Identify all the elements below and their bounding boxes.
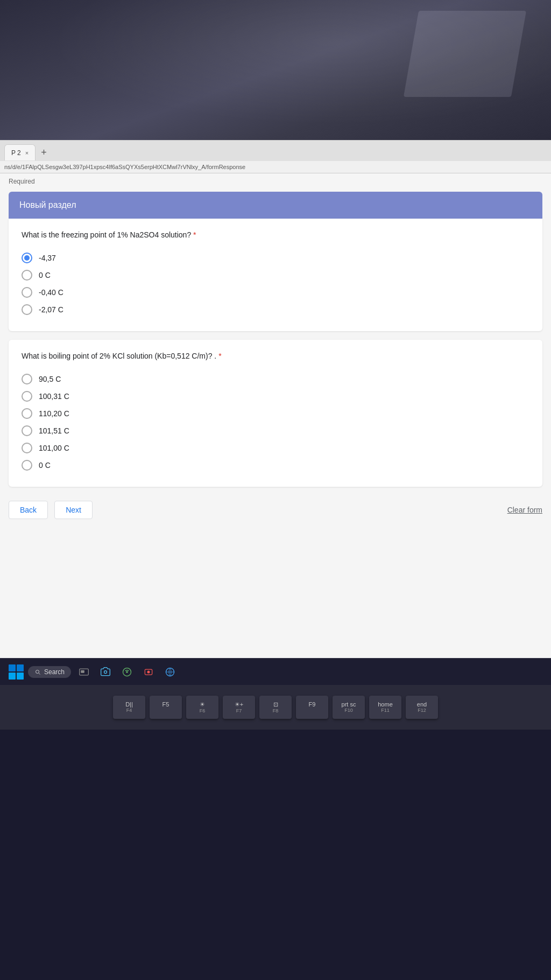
camera-icon	[100, 667, 111, 677]
windows-icon-sq2	[17, 664, 24, 671]
q2-label-d: 101,51 C	[39, 426, 69, 435]
key-f10-main: prt sc	[342, 701, 356, 708]
next-button[interactable]: Next	[54, 501, 93, 519]
taskbar-search-label: Search	[44, 668, 65, 676]
q2-label-c: 110,20 C	[39, 409, 69, 418]
key-f6-fn: F6	[195, 708, 210, 713]
key-f11-fn: F11	[378, 708, 393, 713]
url-text[interactable]: ns/d/e/1FAlpQLSesgw3eL397pH1xpsc4lf6aSsQ…	[4, 164, 547, 170]
taskbar-app-settings[interactable]	[140, 663, 157, 681]
q1-label-a: -4,37	[39, 254, 56, 262]
svg-point-6	[147, 670, 150, 673]
q2-option-f[interactable]: 0 C	[22, 457, 529, 474]
q2-radio-e[interactable]	[22, 443, 32, 453]
key-f11[interactable]: home F11	[369, 696, 401, 719]
question-1-card: What is the freezing point of 1% Na2SO4 …	[9, 219, 542, 331]
windows-icon-sq1	[9, 664, 16, 671]
q2-option-b[interactable]: 100,31 C	[22, 388, 529, 405]
q1-label-b: 0 C	[39, 271, 51, 279]
q1-option-c[interactable]: -0,40 C	[22, 284, 529, 301]
laptop-reflection-area	[0, 0, 551, 140]
clear-form-button[interactable]: Clear form	[507, 506, 542, 514]
key-f4-main: D||	[125, 701, 133, 708]
edge-icon	[79, 667, 89, 677]
key-f12-fn: F12	[414, 708, 429, 713]
key-f9[interactable]: F9	[296, 696, 328, 719]
question-2-text: What is boiling point of 2% KCl solution…	[22, 351, 529, 362]
browser-tabs: P 2 × +	[0, 141, 551, 161]
windows-start-button[interactable]	[9, 664, 24, 680]
key-f5-main: F5	[163, 701, 169, 708]
key-f8[interactable]: ⊡ F8	[259, 696, 292, 719]
windows-icon-sq4	[17, 673, 24, 680]
browser-frame: P 2 × + ns/d/e/1FAlpQLSesgw3eL397pH1xpsc…	[0, 140, 551, 173]
svg-point-4	[126, 671, 128, 673]
required-label: Required	[9, 173, 542, 192]
new-tab-button[interactable]: +	[38, 148, 50, 157]
key-f10-fn: F10	[341, 708, 356, 713]
taskbar-app-edge[interactable]	[75, 663, 93, 681]
search-icon	[34, 669, 41, 675]
key-f12[interactable]: end F12	[406, 696, 438, 719]
taskbar-app-browser[interactable]	[161, 663, 179, 681]
key-f8-main: ⊡	[273, 701, 278, 708]
q2-label-b: 100,31 C	[39, 392, 69, 401]
q2-option-d[interactable]: 101,51 C	[22, 422, 529, 439]
q2-radio-c[interactable]	[22, 408, 32, 419]
q1-option-a[interactable]: -4,37	[22, 249, 529, 267]
svg-rect-1	[81, 670, 84, 673]
key-f8-fn: F8	[268, 708, 283, 713]
required-star-q1: *	[193, 230, 196, 239]
key-f6[interactable]: ☀ F6	[186, 696, 218, 719]
settings-icon	[143, 667, 154, 677]
key-f10[interactable]: prt sc F10	[333, 696, 365, 719]
question-2-card: What is boiling point of 2% KCl solution…	[9, 340, 542, 487]
content-area: Required Новый раздел What is the freezi…	[0, 173, 551, 658]
q1-radio-c[interactable]	[22, 287, 32, 298]
key-f6-main: ☀	[200, 701, 205, 708]
key-f12-main: end	[417, 701, 427, 708]
q2-label-e: 101,00 C	[39, 444, 69, 452]
tab-close-button[interactable]: ×	[25, 150, 29, 156]
q1-option-b[interactable]: 0 C	[22, 267, 529, 284]
key-f11-main: home	[378, 701, 393, 708]
q2-option-a[interactable]: 90,5 C	[22, 370, 529, 388]
q2-option-e[interactable]: 101,00 C	[22, 439, 529, 457]
windows-icon-sq3	[9, 673, 16, 680]
browser-tab-active[interactable]: P 2 ×	[4, 144, 36, 160]
q2-radio-b[interactable]	[22, 391, 32, 402]
key-f5[interactable]: F5	[150, 696, 182, 719]
key-f7-fn: F7	[231, 708, 246, 713]
tab-label: P 2	[11, 149, 21, 157]
q1-label-c: -0,40 C	[39, 288, 63, 297]
key-f7[interactable]: ☀+ F7	[223, 696, 255, 719]
phone-icon	[122, 667, 132, 677]
taskbar-app-camera[interactable]	[97, 663, 114, 681]
form-buttons: Back Next Clear form	[9, 495, 542, 524]
q2-radio-d[interactable]	[22, 425, 32, 436]
required-star-q2: *	[218, 352, 221, 360]
key-f7-main: ☀+	[235, 701, 243, 708]
address-bar: ns/d/e/1FAlpQLSesgw3eL397pH1xpsc4lf6aSsQ…	[0, 161, 551, 173]
svg-point-2	[104, 670, 107, 673]
keyboard-area: D|| F4 F5 ☀ F6 ☀+ F7 ⊡ F8 F9 prt sc F10 …	[0, 685, 551, 730]
key-f9-main: F9	[309, 701, 316, 708]
taskbar-search[interactable]: Search	[28, 666, 71, 678]
q1-label-d: -2,07 C	[39, 305, 63, 314]
q2-option-c[interactable]: 110,20 C	[22, 405, 529, 422]
q1-radio-d[interactable]	[22, 304, 32, 315]
taskbar-app-phone[interactable]	[118, 663, 136, 681]
back-button[interactable]: Back	[9, 501, 48, 519]
key-f4-fn: F4	[122, 708, 137, 713]
taskbar: Search	[0, 658, 551, 685]
browser-icon	[165, 667, 175, 677]
q1-radio-a[interactable]	[22, 253, 32, 263]
q2-radio-f[interactable]	[22, 460, 32, 471]
q2-radio-a[interactable]	[22, 374, 32, 384]
key-f4[interactable]: D|| F4	[113, 696, 145, 719]
section-header: Новый раздел	[9, 192, 542, 219]
q2-label-a: 90,5 C	[39, 375, 61, 383]
q2-label-f: 0 C	[39, 461, 51, 470]
q1-option-d[interactable]: -2,07 C	[22, 301, 529, 318]
q1-radio-b[interactable]	[22, 270, 32, 281]
